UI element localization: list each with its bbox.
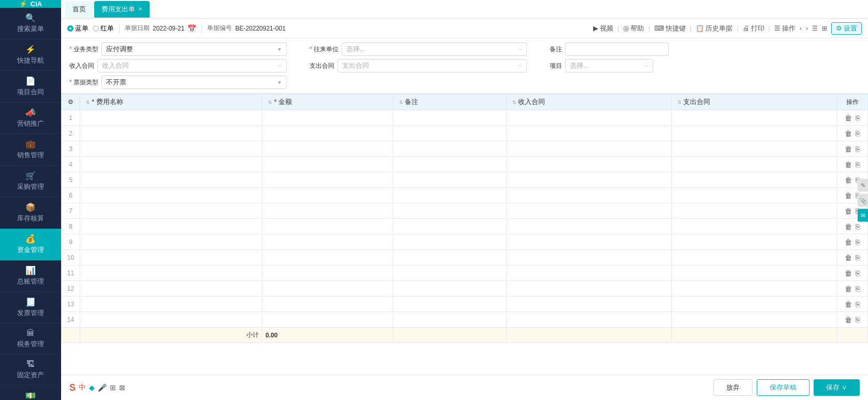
remark-cell-9[interactable] xyxy=(393,234,506,250)
radio-blue[interactable]: 蓝单 xyxy=(67,24,89,33)
amount-cell-7[interactable] xyxy=(262,203,393,219)
expense-contract-cell-1[interactable] xyxy=(672,110,837,126)
delete-row-12[interactable]: 🗑 xyxy=(844,284,853,294)
expense-contract-cell-5[interactable] xyxy=(672,172,837,188)
sidebar-item-marketing[interactable]: 📣 营销推广 xyxy=(0,102,61,134)
delete-row-5[interactable]: 🗑 xyxy=(844,175,853,185)
amount-cell-11[interactable] xyxy=(262,265,393,281)
income-contract-cell-8[interactable] xyxy=(507,219,672,234)
sidebar-item-salary[interactable]: 💵 工资 xyxy=(0,386,61,400)
action-print[interactable]: 🖨 打印 xyxy=(743,24,764,33)
action-help[interactable]: ◎ 帮助 xyxy=(623,24,644,33)
remark-cell-2[interactable] xyxy=(393,126,506,141)
expense-name-cell-8[interactable] xyxy=(80,219,262,234)
remark-cell-8[interactable] xyxy=(393,219,506,234)
remark-cell-5[interactable] xyxy=(393,172,506,188)
view-list-btn[interactable]: ☰ xyxy=(812,25,818,32)
expense-contract-cell-11[interactable] xyxy=(672,265,837,281)
action-operation[interactable]: ☰ 操作 xyxy=(774,24,796,33)
expense-name-cell-6[interactable] xyxy=(80,188,262,203)
counterparty-input[interactable]: 选择... ··· xyxy=(342,42,527,56)
expense-contract-cell-10[interactable] xyxy=(672,250,837,265)
col-expense-contract-sort-icon[interactable]: ⇅ xyxy=(678,100,682,105)
delete-row-4[interactable]: 🗑 xyxy=(844,159,853,170)
amount-cell-5[interactable] xyxy=(262,172,393,188)
income-contract-cell-10[interactable] xyxy=(507,250,672,265)
remark-cell-4[interactable] xyxy=(393,157,506,172)
expense-name-cell-4[interactable] xyxy=(80,157,262,172)
amount-cell-4[interactable] xyxy=(262,157,393,172)
save-button[interactable]: 保存 ∨ xyxy=(814,379,860,396)
copy-row-1[interactable]: ⎘ xyxy=(855,113,861,123)
expense-contract-cell-14[interactable] xyxy=(672,312,837,328)
amount-cell-10[interactable] xyxy=(262,250,393,265)
sidebar-item-search[interactable]: 🔍 搜索菜单 xyxy=(0,8,61,39)
expense-contract-input[interactable]: 支出合同 ··· xyxy=(337,59,527,72)
expense-name-cell-5[interactable] xyxy=(80,172,262,188)
amount-cell-1[interactable] xyxy=(262,110,393,126)
income-contract-cell-12[interactable] xyxy=(507,281,672,297)
expense-name-cell-10[interactable] xyxy=(80,250,262,265)
copy-row-9[interactable]: ⎘ xyxy=(855,237,861,247)
delete-row-9[interactable]: 🗑 xyxy=(844,237,853,247)
expense-contract-cell-13[interactable] xyxy=(672,297,837,312)
expense-name-cell-2[interactable] xyxy=(80,126,262,141)
delete-row-11[interactable]: 🗑 xyxy=(844,268,853,278)
expense-name-cell-1[interactable] xyxy=(80,110,262,126)
tab-home[interactable]: 首页 xyxy=(65,1,93,18)
delete-row-2[interactable]: 🗑 xyxy=(844,128,853,139)
counterparty-dots-icon[interactable]: ··· xyxy=(518,47,522,52)
expense-name-cell-11[interactable] xyxy=(80,265,262,281)
expense-contract-cell-2[interactable] xyxy=(672,126,837,141)
right-edge-edit-tab[interactable]: ✎ xyxy=(858,179,868,191)
remark-input[interactable] xyxy=(565,42,669,56)
delete-row-14[interactable]: 🗑 xyxy=(844,315,853,325)
income-contract-cell-11[interactable] xyxy=(507,265,672,281)
expense-contract-dots-icon[interactable]: ··· xyxy=(518,63,522,69)
delete-row-8[interactable]: 🗑 xyxy=(844,221,853,232)
amount-cell-8[interactable] xyxy=(262,219,393,234)
business-type-select[interactable]: 应付调整 ▼ xyxy=(101,42,287,56)
col-expense-sort-icon[interactable]: ⇅ xyxy=(86,100,90,105)
expense-name-cell-7[interactable] xyxy=(80,203,262,219)
copy-row-14[interactable]: ⎘ xyxy=(855,315,861,325)
tab-expense-bill[interactable]: 费用支出单 ✕ xyxy=(94,1,150,18)
income-contract-cell-3[interactable] xyxy=(507,141,672,157)
copy-row-13[interactable]: ⎘ xyxy=(855,299,861,309)
discard-button[interactable]: 放弃 xyxy=(713,379,753,396)
save-draft-button[interactable]: 保存草稿 xyxy=(757,379,810,396)
income-contract-cell-7[interactable] xyxy=(507,203,672,219)
expense-name-cell-14[interactable] xyxy=(80,312,262,328)
sidebar-item-sales-mgmt[interactable]: 💼 销售管理 xyxy=(0,134,61,166)
expense-contract-cell-3[interactable] xyxy=(672,141,837,157)
income-contract-cell-14[interactable] xyxy=(507,312,672,328)
right-edge-green-tab[interactable]: ✉ xyxy=(858,209,868,221)
sidebar-item-accounting[interactable]: 📊 总账管理 xyxy=(0,260,61,292)
nav-next-btn[interactable]: › xyxy=(806,25,808,32)
action-history[interactable]: 📋 历史单据 xyxy=(696,24,732,33)
expense-contract-cell-8[interactable] xyxy=(672,219,837,234)
income-contract-cell-1[interactable] xyxy=(507,110,672,126)
expense-name-cell-9[interactable] xyxy=(80,234,262,250)
remark-cell-12[interactable] xyxy=(393,281,506,297)
col-amount-sort-icon[interactable]: ⇅ xyxy=(268,100,272,105)
remark-cell-7[interactable] xyxy=(393,203,506,219)
sidebar-item-tax[interactable]: 🏛 税务管理 xyxy=(0,323,61,354)
delete-row-7[interactable]: 🗑 xyxy=(844,206,853,216)
sidebar-item-capital[interactable]: 💰 资金管理 xyxy=(0,229,61,260)
copy-row-2[interactable]: ⎘ xyxy=(855,128,861,139)
expense-contract-cell-12[interactable] xyxy=(672,281,837,297)
close-tab-icon[interactable]: ✕ xyxy=(138,6,142,12)
invoice-type-select[interactable]: 不开票 ▼ xyxy=(101,76,287,89)
delete-row-3[interactable]: 🗑 xyxy=(844,144,853,154)
amount-cell-3[interactable] xyxy=(262,141,393,157)
expense-name-cell-3[interactable] xyxy=(80,141,262,157)
remark-cell-14[interactable] xyxy=(393,312,506,328)
delete-row-1[interactable]: 🗑 xyxy=(844,113,853,123)
income-contract-cell-9[interactable] xyxy=(507,234,672,250)
expense-name-cell-13[interactable] xyxy=(80,297,262,312)
view-grid-btn[interactable]: ⊞ xyxy=(822,25,827,32)
radio-red[interactable]: 红单 xyxy=(93,24,114,33)
income-contract-cell-6[interactable] xyxy=(507,188,672,203)
action-video[interactable]: ▶ 视频 xyxy=(593,24,613,33)
